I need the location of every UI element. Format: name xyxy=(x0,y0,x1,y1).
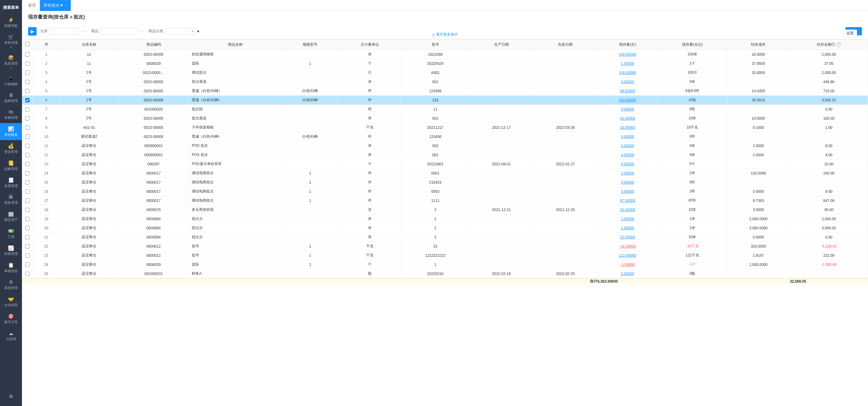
table-row[interactable]: 1 11 0023-00009 软饮通用物资 米 2021098 100.000… xyxy=(22,50,868,59)
table-row[interactable]: 2 11 0000029 篮际 1 个 20220429 1.00000 1个 … xyxy=(22,59,868,68)
sidebar-item-tax[interactable]: 🏛 税务管理 xyxy=(0,191,22,208)
sidebar-item-quick-nav[interactable]: ⚡ 快捷导航 xyxy=(0,14,22,31)
row-checkbox[interactable] xyxy=(25,226,30,230)
row-checkbox[interactable] xyxy=(25,135,30,139)
row-qty-main[interactable]: 10.00000 xyxy=(597,123,658,132)
row-qty-main[interactable]: 100.00000 xyxy=(597,68,658,77)
table-row[interactable]: 5 1号 0023-00005 置减（白色/闷棒） 白色/闷棒 件 123456… xyxy=(22,87,868,96)
row-checkbox[interactable] xyxy=(25,71,30,75)
select-all-checkbox[interactable] xyxy=(25,42,30,46)
settings-button[interactable]: 设置 xyxy=(843,30,857,37)
table-row[interactable]: 12 晶宝粮仓 000900001 POS 批次 米 001 4.00000 4… xyxy=(22,150,868,160)
row-checkbox[interactable] xyxy=(25,253,30,258)
category-select[interactable] xyxy=(165,28,195,35)
row-checkbox[interactable] xyxy=(25,144,30,148)
sidebar-item-ecom[interactable]: 🖥 电商管理 xyxy=(0,90,22,106)
row-qty-main[interactable]: 100.00000 xyxy=(597,50,658,59)
row-qty-main[interactable]: 0.00000 xyxy=(597,269,658,279)
row-checkbox[interactable] xyxy=(25,180,30,184)
table-row[interactable]: 10 测试逐选2 0023-00008 置减（白色/闷棒） 白色/闷棒 件 12… xyxy=(22,132,868,141)
row-qty-main[interactable]: 0.00000 xyxy=(597,77,658,87)
sidebar-item-finance[interactable]: 💰 资金管理 xyxy=(0,140,22,157)
sidebar-item-ledger[interactable]: 📒 总账管理 xyxy=(0,157,22,174)
table-row[interactable]: 6 1号 0023-00008 置减（白色/闷棒） 白色/闷棒 件 123 10… xyxy=(22,96,868,105)
sidebar-item-collab[interactable]: 🤝 企业协同 xyxy=(0,293,22,310)
row-qty-main[interactable]: 4.00000 xyxy=(597,150,658,160)
sidebar-item-cloud[interactable]: ☁ 云应用 xyxy=(0,328,22,344)
table-row[interactable]: 13 晶宝粮仓 000097 POS显示单价异常 个 20210901 2021… xyxy=(22,160,868,169)
row-qty-main[interactable]: -1.00000 xyxy=(597,260,658,269)
row-qty-main[interactable]: 122.00000 xyxy=(597,251,658,260)
row-checkbox[interactable] xyxy=(25,244,30,248)
row-qty-main[interactable]: 0.00000 xyxy=(597,178,658,187)
table-row[interactable]: 22 晶宝粮仓 0000012 批号 1 千克 33 -16.00000 -16… xyxy=(22,242,868,251)
row-checkbox[interactable] xyxy=(25,126,30,130)
row-qty-main[interactable]: 2.00000 xyxy=(597,169,658,178)
row-checkbox[interactable] xyxy=(25,162,30,166)
table-container[interactable]: 序 仓库名称 商品编码 商品名称 规格型号 主计量单位 批号 生产日期 失效日期… xyxy=(22,40,868,406)
sidebar-item-purchase[interactable]: 🛍 采购管理 xyxy=(0,106,22,123)
sidebar-item-wholesale[interactable]: 📦 批发管理 ▾ xyxy=(0,52,22,72)
table-row[interactable]: 15 晶宝粮仓 0000017 测试电商批次 1 件 210423 0.0000… xyxy=(22,178,868,187)
warehouse-dots[interactable]: ··· xyxy=(82,29,88,34)
warehouse-input[interactable] xyxy=(50,28,80,35)
sidebar-item-inventory[interactable]: 📊 库存核算 xyxy=(0,123,22,140)
sidebar-item-guide[interactable]: 🎯 新手引导 xyxy=(0,310,22,328)
table-row[interactable]: 24 晶宝粮仓 0000029 篮际 1 个 1 -1.00000 -1个 1,… xyxy=(22,260,868,269)
table-row[interactable]: 19 晶宝粮仓 0000084 批次次 米 1 1.00000 1米 2,000… xyxy=(22,214,868,224)
sidebar-item-retail[interactable]: 🛒 零售管理 ▾ xyxy=(0,31,22,52)
row-checkbox[interactable] xyxy=(25,235,30,239)
row-qty-main[interactable]: 0.00000 xyxy=(597,132,658,141)
sidebar-item-operation[interactable]: 📈 经营管理 xyxy=(0,242,22,259)
row-checkbox[interactable] xyxy=(25,107,30,111)
row-qty-main[interactable]: 0.00000 xyxy=(597,105,658,114)
row-checkbox[interactable] xyxy=(25,217,30,221)
row-checkbox[interactable] xyxy=(25,62,30,66)
sidebar-logo[interactable]: 搜索菜单 xyxy=(2,2,20,13)
tab-close-button[interactable]: × xyxy=(65,0,67,11)
sidebar-item-assets[interactable]: 🏢 固定资产 xyxy=(0,208,22,225)
table-row[interactable]: 16 晶宝粮仓 0000017 测试电商批次 1 件 0003 3.00000 … xyxy=(22,187,868,196)
row-checkbox[interactable] xyxy=(25,80,30,84)
row-qty-main[interactable]: 4.00000 xyxy=(597,141,658,150)
row-qty-main[interactable]: 1.00000 xyxy=(597,59,658,68)
row-checkbox[interactable] xyxy=(25,199,30,203)
table-row[interactable]: 17 晶宝粮仓 0000017 测试电商批次 1 件 1111 87.00000… xyxy=(22,196,868,205)
row-checkbox[interactable] xyxy=(25,89,30,93)
row-qty-main[interactable]: 1.00000 xyxy=(597,214,658,224)
row-checkbox[interactable] xyxy=(25,263,30,267)
row-checkbox[interactable] xyxy=(25,208,30,212)
table-row[interactable]: 3 1号 0023-0000… 测试批次 斤 A001 100.00000 10… xyxy=(22,68,868,77)
tab-home[interactable]: 首页 xyxy=(24,0,40,11)
row-checkbox[interactable] xyxy=(25,153,30,157)
row-qty-main[interactable]: 1.00000 xyxy=(597,224,658,233)
row-qty-main[interactable]: 0.00000 xyxy=(597,160,658,169)
table-row[interactable]: 21 晶宝粮仓 0000084 批次次 米 3 10.00000 10米 0.0… xyxy=(22,233,868,242)
table-row[interactable]: 11 晶宝粮仓 000900001 POS 批次 米 002 4.00000 4… xyxy=(22,141,868,150)
row-qty-main[interactable]: 10.00000 xyxy=(597,114,658,123)
total-cost-help-icon[interactable]: ? xyxy=(837,43,841,47)
expand-condition-btn[interactable]: ∨ 展开更多条件 xyxy=(432,32,458,37)
row-qty-main[interactable]: 10.00000 xyxy=(597,233,658,242)
row-qty-main[interactable]: 100.00000 xyxy=(597,96,658,105)
filter-expand-toggle[interactable]: ▶ xyxy=(28,27,37,36)
row-checkbox[interactable] xyxy=(25,272,30,276)
table-row[interactable]: 20 晶宝粮仓 0000084 批次次 米 2 1.00000 1米 3,000… xyxy=(22,224,868,233)
table-row[interactable]: 9 A01-01 0023-00005 子件保质期粗 千克 20211217 2… xyxy=(22,123,868,132)
row-qty-main[interactable]: 87.00000 xyxy=(597,196,658,205)
table-row[interactable]: 7 2号 001000026 批次阻 吨 11 0.00000 0吨 0.00 xyxy=(22,105,868,114)
row-qty-main[interactable]: -16.00000 xyxy=(597,242,658,251)
tab-inventory-batch[interactable]: 库存批次▼ × xyxy=(40,0,71,11)
table-row[interactable]: 8 2号 0023-00005 批次逐选 米 001 10.00000 10米 … xyxy=(22,114,868,123)
table-row[interactable]: 18 晶宝粮仓 0000078 多头黑色软线 支 2 2021-12-21 20… xyxy=(22,205,868,214)
table-row[interactable]: 25 晶宝粮仓 001000031 鲜鱼A 瓶 20220216 2022-02… xyxy=(22,269,868,279)
row-checkbox[interactable] xyxy=(25,190,30,194)
row-checkbox[interactable] xyxy=(25,53,30,57)
goods-input[interactable] xyxy=(100,28,137,35)
table-row[interactable]: 14 晶宝粮仓 0000017 测试电商批次 1 件 0001 2.00000 … xyxy=(22,169,868,178)
row-checkbox[interactable] xyxy=(25,171,30,175)
sidebar-settings[interactable]: ⚙ xyxy=(8,391,14,402)
sidebar-item-basic-info[interactable]: 📋 基础信息 xyxy=(0,259,22,276)
table-row[interactable]: 23 晶宝粮仓 0000012 批号 1 千克 1222222222 122.0… xyxy=(22,251,868,260)
sidebar-item-mini-ecom[interactable]: 📱 小程电商 xyxy=(0,72,22,90)
